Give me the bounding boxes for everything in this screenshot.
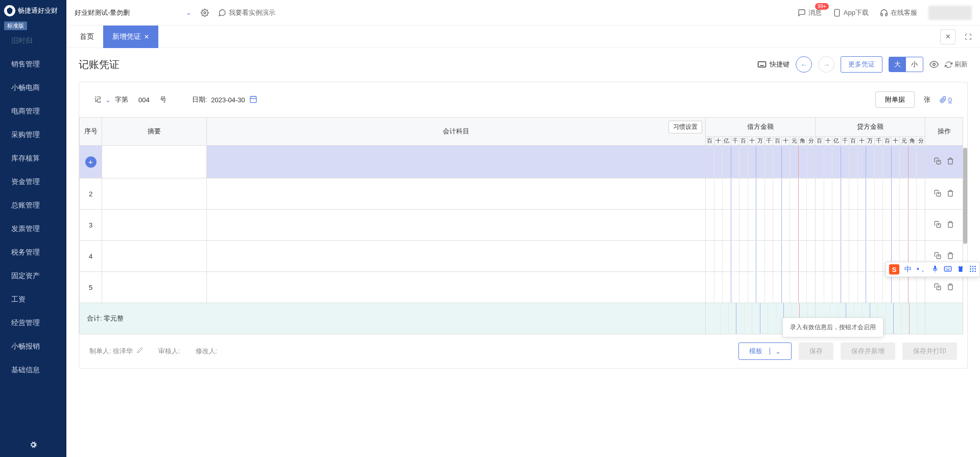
sidebar-item-inventory[interactable]: 库存核算 — [0, 147, 66, 170]
table-row[interactable]: 3 — [80, 210, 963, 241]
ime-toolbar[interactable]: S 中 •， — [886, 262, 980, 277]
account-cell[interactable] — [207, 178, 706, 210]
tab-new-voucher[interactable]: 新增凭证 ✕ — [103, 26, 158, 48]
table-row[interactable]: 2 — [80, 178, 963, 210]
sidebar-item-salary[interactable]: 工资 — [0, 288, 66, 311]
account-cell[interactable] — [207, 146, 706, 178]
ime-keyboard-icon[interactable] — [944, 265, 952, 274]
sidebar-item-base[interactable]: 基础信息 — [0, 358, 66, 382]
ime-grid-icon[interactable] — [969, 265, 976, 274]
debit-cell[interactable] — [706, 241, 816, 272]
delete-row-icon[interactable] — [947, 191, 954, 198]
more-vouchers-button[interactable]: 更多凭证 — [841, 56, 882, 73]
sidebar-item-invoice[interactable]: 发票管理 — [0, 217, 66, 241]
logo: 畅捷通好业财 — [0, 0, 66, 21]
svg-rect-34 — [946, 269, 950, 270]
edit-maker-icon[interactable] — [137, 347, 143, 355]
settings-icon[interactable] — [29, 443, 38, 451]
ime-punct-icon[interactable]: •， — [917, 265, 926, 274]
view-icon[interactable] — [929, 60, 939, 69]
debit-cell[interactable] — [706, 146, 816, 178]
voucher-number-group[interactable]: 004 — [138, 96, 150, 104]
main: 好业财测试-量勿删 ⌄ 我要看实例演示 消息 99+ App下载 — [66, 0, 980, 457]
digit-header: 十 — [781, 136, 790, 145]
voucher-type-group[interactable]: 记 ⌄ 字第 — [94, 95, 128, 104]
debit-cell[interactable] — [706, 210, 816, 241]
close-icon[interactable]: ✕ — [144, 33, 149, 40]
ime-lang[interactable]: 中 — [904, 265, 912, 274]
sidebar-item-reimburse[interactable]: 小畅报销 — [0, 335, 66, 358]
ime-mic-icon[interactable] — [931, 265, 939, 274]
svg-rect-33 — [949, 268, 950, 268]
table-row[interactable]: 4 — [80, 241, 963, 272]
add-row-button[interactable]: + — [85, 156, 97, 168]
app-download-link[interactable]: App下载 — [833, 8, 869, 17]
habit-settings-button[interactable]: 习惯设置 — [668, 121, 702, 133]
next-button[interactable]: → — [818, 56, 834, 73]
svg-rect-38 — [970, 268, 971, 269]
summary-cell[interactable] — [102, 146, 207, 178]
prev-button[interactable]: ← — [796, 56, 812, 73]
copy-row-icon[interactable] — [934, 284, 941, 292]
copy-row-icon[interactable] — [934, 158, 941, 166]
messages-badge: 99+ — [815, 3, 829, 10]
digit-header: 百 — [849, 136, 858, 145]
svg-rect-40 — [975, 268, 976, 269]
sidebar-item-funds[interactable]: 资金管理 — [0, 170, 66, 194]
summary-cell[interactable] — [102, 241, 207, 272]
copy-row-icon[interactable] — [934, 253, 941, 261]
copy-row-icon[interactable] — [934, 222, 941, 230]
delete-row-icon[interactable] — [947, 158, 954, 166]
credit-cell[interactable] — [816, 146, 925, 178]
row-seq: 2 — [80, 178, 102, 210]
org-selector[interactable]: 好业财测试-量勿删 ⌄ — [75, 8, 192, 17]
voucher-table: 序号 摘要 会计科目 习惯设置 借方金额 贷方金额 操作 — [79, 117, 963, 334]
sidebar-item-ecommerce-small[interactable]: 小畅电商 — [0, 76, 66, 100]
debit-cell[interactable] — [706, 178, 816, 210]
sidebar-item-assets[interactable]: 固定资产 — [0, 264, 66, 288]
account-cell[interactable] — [207, 241, 706, 272]
table-row[interactable]: 5 — [80, 272, 963, 303]
delete-row-icon[interactable] — [947, 222, 954, 230]
account-cell[interactable] — [207, 210, 706, 241]
sidebar-item-tax[interactable]: 税务管理 — [0, 241, 66, 264]
account-cell[interactable] — [207, 272, 706, 303]
delete-row-icon[interactable] — [947, 284, 954, 292]
summary-input[interactable] — [104, 148, 204, 174]
sidebar-item[interactable]: 旧时归 — [0, 34, 66, 53]
delete-row-icon[interactable] — [947, 253, 954, 261]
size-small[interactable]: 小 — [906, 57, 923, 72]
copy-row-icon[interactable] — [934, 191, 941, 198]
size-large[interactable]: 大 — [889, 57, 906, 72]
tab-close-button[interactable]: ✕ — [940, 29, 955, 44]
sidebar-item-ecommerce[interactable]: 电商管理 — [0, 100, 66, 123]
attachment-link[interactable]: 0 — [940, 96, 952, 104]
ime-shirt-icon[interactable] — [957, 265, 964, 274]
sidebar-item-purchase[interactable]: 采购管理 — [0, 123, 66, 147]
user-avatar[interactable] — [928, 6, 972, 20]
sidebar-item-business[interactable]: 经营管理 — [0, 311, 66, 335]
template-button[interactable]: 模板 ⌄ — [738, 342, 792, 360]
debit-cell[interactable] — [706, 272, 816, 303]
demo-link[interactable]: 我要看实例演示 — [218, 8, 275, 17]
refresh-button[interactable]: 刷新 — [945, 60, 968, 69]
date-input[interactable]: 2023-04-30 — [211, 96, 245, 104]
sidebar-item-sales[interactable]: 销售管理 — [0, 53, 66, 76]
summary-cell[interactable] — [102, 272, 207, 303]
scrollbar[interactable] — [963, 148, 967, 244]
credit-cell[interactable] — [816, 178, 925, 210]
tab-home[interactable]: 首页 — [70, 26, 103, 48]
fullscreen-button[interactable] — [961, 29, 976, 44]
summary-cell[interactable] — [102, 210, 207, 241]
settings-icon[interactable] — [201, 9, 209, 17]
credit-cell[interactable] — [816, 210, 925, 241]
calendar-icon[interactable] — [249, 95, 257, 105]
summary-cell[interactable] — [102, 178, 207, 210]
sidebar-item-ledger[interactable]: 总账管理 — [0, 194, 66, 217]
online-service-link[interactable]: 在线客服 — [880, 8, 917, 17]
messages-link[interactable]: 消息 99+ — [798, 8, 822, 17]
attach-button[interactable]: 附单据 — [875, 92, 915, 108]
tooltip: 录入有效信息后，按钮才会启用 — [782, 317, 883, 337]
shortcut-button[interactable]: 快捷键 — [757, 60, 790, 69]
table-row[interactable]: + — [80, 146, 963, 178]
